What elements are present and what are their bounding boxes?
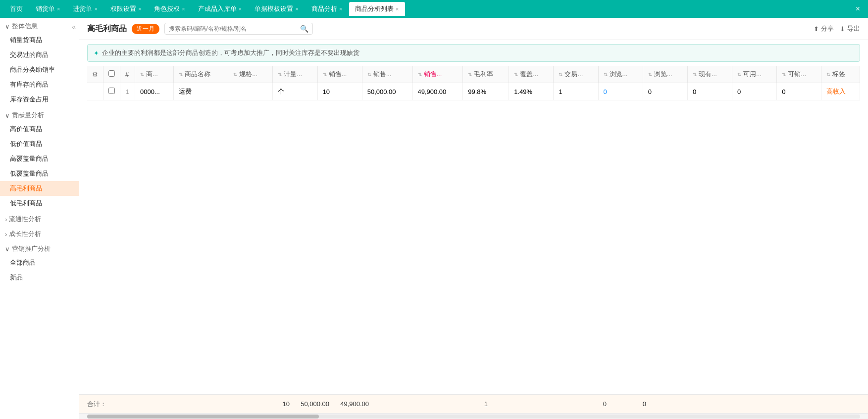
- col-tag[interactable]: ⇅标签: [821, 66, 860, 83]
- cell-browse1[interactable]: 0: [598, 83, 643, 100]
- chevron-down-icon: ∨: [5, 245, 10, 253]
- sidebar-item-stock-goods[interactable]: 有库存的商品: [0, 77, 79, 92]
- col-settings[interactable]: ⚙: [87, 66, 103, 83]
- sidebar-group-contribution[interactable]: ∨ 贡献量分析: [0, 107, 79, 122]
- chevron-right-icon: ›: [5, 216, 7, 223]
- col-transaction-label: 交易...: [564, 70, 583, 78]
- chevron-right-icon: ›: [5, 231, 7, 238]
- nav-tab-analysis-list[interactable]: 商品分析列表 ×: [349, 2, 405, 16]
- close-icon[interactable]: ×: [138, 6, 141, 12]
- col-code[interactable]: ⇅商...: [135, 66, 174, 83]
- footer-sales-amount: 50,000.00: [295, 400, 334, 408]
- sidebar-item-high-value[interactable]: 高价值商品: [0, 122, 79, 137]
- col-sales-amount-label: 销售...: [373, 70, 392, 78]
- chevron-down-icon: ∨: [5, 23, 10, 30]
- sidebar-item-new-goods[interactable]: 新品: [0, 270, 79, 285]
- table-container: ⚙ # ⇅商... ⇅商品名称 ⇅规格... ⇅计量... ⇅销售... ⇅销售…: [79, 66, 868, 394]
- col-browse1[interactable]: ⇅浏览...: [598, 66, 643, 83]
- col-gross-margin[interactable]: ⇅毛利率: [463, 66, 509, 83]
- cell-sales-qty: 10: [317, 83, 362, 100]
- scrollbar-thumb[interactable]: [87, 415, 319, 419]
- nav-tab-role[interactable]: 角色授权 ×: [148, 2, 191, 16]
- col-name[interactable]: ⇅商品名称: [174, 66, 228, 83]
- search-input[interactable]: [169, 25, 297, 32]
- header-actions: ⬆ 分享 ⬇ 导出: [814, 24, 860, 33]
- col-name-label: 商品名称: [185, 70, 210, 78]
- scrollbar-track: [87, 415, 860, 419]
- footer-spacer4: [493, 400, 532, 408]
- table-row: 1 0000... 运费 个 10 50,000.00 49,900.00 99…: [87, 83, 860, 100]
- sidebar-item-category-rate[interactable]: 商品分类助销率: [0, 62, 79, 77]
- nav-tab-purchase[interactable]: 进货单 ×: [67, 2, 103, 16]
- footer-stock-current: 0: [572, 400, 612, 408]
- sidebar-item-stock-capital[interactable]: 库存资金占用: [0, 92, 79, 107]
- info-banner-text: 企业的主要的利润都是这部分商品创造的，可考虑加大推广，同时关注库存是不要出现缺货: [102, 48, 359, 57]
- sidebar-item-sales-goods[interactable]: 销量货商品: [0, 33, 79, 47]
- col-spec[interactable]: ⇅规格...: [228, 66, 273, 83]
- col-coverage[interactable]: ⇅覆盖...: [509, 66, 554, 83]
- col-checkbox: [103, 66, 120, 83]
- cell-stock-avail: 0: [732, 83, 777, 100]
- close-icon[interactable]: ×: [295, 6, 298, 12]
- nav-tab-permission[interactable]: 权限设置 ×: [104, 2, 147, 16]
- close-icon[interactable]: ×: [396, 6, 399, 12]
- search-box: 🔍: [164, 23, 313, 35]
- footer-values: 10 50,000.00 49,900.00 1 0 0: [116, 400, 860, 408]
- share-button[interactable]: ⬆ 分享: [814, 24, 834, 33]
- sidebar-group-growth[interactable]: › 成长性分析: [0, 226, 79, 240]
- col-code-label: 商...: [146, 70, 158, 78]
- col-transaction[interactable]: ⇅交易...: [554, 66, 598, 83]
- nav-tab-home[interactable]: 首页: [4, 2, 29, 16]
- col-browse2[interactable]: ⇅浏览...: [643, 66, 687, 83]
- cell-checkbox[interactable]: [103, 83, 120, 100]
- sidebar-item-low-margin[interactable]: 低毛利商品: [0, 196, 79, 211]
- close-icon[interactable]: ×: [94, 6, 97, 12]
- col-browse2-label: 浏览...: [654, 70, 672, 78]
- sidebar-item-high-coverage[interactable]: 高覆盖量商品: [0, 151, 79, 166]
- close-icon[interactable]: ×: [339, 6, 342, 12]
- nav-tab-product-in[interactable]: 产成品入库单 ×: [192, 2, 248, 16]
- sidebar-group-contribution-label: 贡献量分析: [12, 111, 44, 120]
- sidebar-item-high-margin[interactable]: 高毛利商品: [0, 181, 79, 196]
- content-header: 高毛利商品 近一月 🔍 ⬆ 分享 ⬇ 导出: [79, 18, 868, 40]
- col-unit[interactable]: ⇅计量...: [273, 66, 317, 83]
- cell-transaction: 1: [554, 83, 598, 100]
- cell-sales-amount: 50,000.00: [362, 83, 412, 100]
- col-stock-current[interactable]: ⇅现有...: [687, 66, 732, 83]
- nav-tab-analysis-list-label: 商品分析列表: [355, 4, 394, 13]
- sidebar-item-traded-goods[interactable]: 交易过的商品: [0, 47, 79, 62]
- close-icon[interactable]: ×: [182, 6, 185, 12]
- sidebar-collapse-button[interactable]: «: [72, 23, 76, 31]
- close-icon[interactable]: ×: [239, 6, 242, 12]
- sidebar-item-all-goods[interactable]: 全部商品: [0, 255, 79, 270]
- cell-browse2: 0: [643, 83, 687, 100]
- select-all-checkbox[interactable]: [108, 70, 115, 77]
- export-button[interactable]: ⬇ 导出: [840, 24, 860, 33]
- sidebar-group-overall-label: 整体信息: [12, 22, 38, 31]
- col-stock-sale[interactable]: ⇅可销...: [777, 66, 821, 83]
- col-stock-avail[interactable]: ⇅可用...: [732, 66, 777, 83]
- col-sales-qty-label: 销售...: [329, 70, 347, 78]
- sidebar-group-marketing[interactable]: ∨ 营销推广分析: [0, 240, 79, 255]
- nav-tab-template[interactable]: 单据模板设置 ×: [249, 2, 304, 16]
- col-sales-amount[interactable]: ⇅销售...: [362, 66, 412, 83]
- export-icon: ⬇: [840, 25, 845, 33]
- row-checkbox[interactable]: [108, 88, 115, 94]
- nav-tab-analysis[interactable]: 商品分析 ×: [306, 2, 348, 16]
- footer-sales-qty: 10: [255, 400, 295, 408]
- bottom-scrollbar[interactable]: [79, 413, 868, 419]
- col-tag-label: 标签: [832, 70, 845, 78]
- period-button[interactable]: 近一月: [132, 24, 159, 34]
- sidebar-item-low-value[interactable]: 低价值商品: [0, 137, 79, 151]
- search-icon[interactable]: 🔍: [300, 25, 308, 33]
- sidebar-item-low-coverage[interactable]: 低覆盖量商品: [0, 166, 79, 181]
- close-icon[interactable]: ×: [57, 6, 60, 12]
- table-header-row: ⚙ # ⇅商... ⇅商品名称 ⇅规格... ⇅计量... ⇅销售... ⇅销售…: [87, 66, 860, 83]
- col-sales-profit[interactable]: ⇅销售...: [412, 66, 463, 83]
- col-sales-qty[interactable]: ⇅销售...: [317, 66, 362, 83]
- nav-tab-sales[interactable]: 销货单 ×: [30, 2, 66, 16]
- data-table: ⚙ # ⇅商... ⇅商品名称 ⇅规格... ⇅计量... ⇅销售... ⇅销售…: [87, 66, 860, 100]
- sidebar-group-liquidity[interactable]: › 流通性分析: [0, 211, 79, 226]
- window-close-button[interactable]: ×: [852, 4, 864, 13]
- sidebar-group-overall[interactable]: ∨ 整体信息: [0, 18, 79, 33]
